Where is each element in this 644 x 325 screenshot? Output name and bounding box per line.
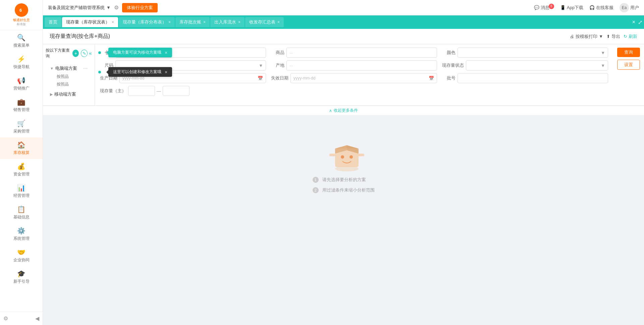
expire-date-label: 失效日期 bbox=[271, 75, 288, 81]
tab-batch-account-close[interactable]: × bbox=[203, 20, 206, 24]
sidebar-item-inventory[interactable]: 🏠 库存核算 bbox=[0, 138, 43, 159]
range-separator: — bbox=[157, 89, 161, 94]
collapse-sidebar-icon[interactable]: ◀ bbox=[35, 315, 39, 322]
empty-hint1: 1 请先选择要分析的方案 bbox=[313, 175, 375, 184]
scheme-tree: ▼ 电脑端方案 ··· 按照品 按照品 ▶ 移动端方案 bbox=[46, 62, 92, 102]
sidebar-item-operations-label: 经营管理 bbox=[13, 193, 30, 199]
filter-field-stock-status: 现存量状态 ▼ bbox=[442, 60, 608, 70]
sidebar-item-enterprise[interactable]: 🤝 企业协同 bbox=[0, 245, 43, 266]
tab-batch-account[interactable]: 库存批次账 × bbox=[175, 17, 210, 27]
experience-button[interactable]: 体验行业方案 bbox=[122, 3, 158, 12]
sidebar: 6 畅通好生意 标准版 🔍 搜索菜单 ⚡ 快捷导航 📢 营销推广 💼 销售管理 … bbox=[0, 0, 43, 325]
batch-input[interactable] bbox=[458, 73, 608, 83]
hint1-num: 1 bbox=[313, 177, 319, 183]
tab-inout-flow[interactable]: 出入库流水 × bbox=[210, 17, 245, 27]
expire-date-calendar-icon: 📅 bbox=[429, 76, 434, 81]
sales-icon: 💼 bbox=[17, 98, 25, 106]
print-dropdown-icon: ▼ bbox=[599, 34, 603, 39]
empty-text-container: 1 请先选择要分析的方案 2 用过滤条件来缩小分析范围 bbox=[313, 175, 375, 195]
sidebar-item-search-label: 搜索菜单 bbox=[13, 43, 30, 48]
empty-hint2: 2 用过滤条件来缩小分析范围 bbox=[313, 186, 375, 195]
stock-status-select[interactable]: ▼ bbox=[466, 60, 608, 70]
tab-inventory-status[interactable]: 现存量（库存状况表） × bbox=[62, 17, 118, 27]
collapse-label: 收起更多条件 bbox=[334, 108, 358, 113]
stock-qty-max[interactable] bbox=[163, 86, 190, 96]
sidebar-item-guide[interactable]: 🎓 新手引导 bbox=[0, 266, 43, 288]
scheme-mobile-toggle[interactable]: ▶ 移动端方案 bbox=[48, 90, 89, 99]
settings-bottom-icon[interactable]: ⚙ bbox=[3, 315, 8, 322]
scheme-child-2[interactable]: 按照品 bbox=[48, 80, 89, 88]
sidebar-item-finance-label: 资金管理 bbox=[13, 171, 30, 177]
tab-home[interactable]: 首页 bbox=[45, 17, 61, 27]
tab-inventory-dist[interactable]: 现存量（库存分布表） × bbox=[119, 17, 175, 27]
sidebar-item-marketing-label: 营销推广 bbox=[13, 86, 30, 91]
sidebar-item-system[interactable]: ⚙️ 系统管理 bbox=[0, 223, 43, 245]
sidebar-item-enterprise-label: 企业协同 bbox=[13, 257, 30, 263]
maximize-tab-btn[interactable]: ⤢ bbox=[638, 19, 642, 25]
tooltip2-close[interactable]: × bbox=[165, 69, 167, 75]
scheme-desktop-toggle[interactable]: ▼ 电脑端方案 ··· bbox=[48, 64, 89, 73]
arrow-right-icon: ▶ bbox=[50, 92, 53, 97]
origin-input[interactable]: ··· bbox=[286, 60, 437, 70]
stock-qty-min[interactable] bbox=[128, 86, 155, 96]
enterprise-icon: 🤝 bbox=[17, 248, 25, 256]
tab-inventory-status-close[interactable]: × bbox=[112, 20, 114, 24]
sidebar-item-purchase[interactable]: 🛒 采购管理 bbox=[0, 116, 43, 138]
set-button[interactable]: 设置 bbox=[617, 60, 640, 70]
scheme-panel: 按以下方案查询 + ✎ « ▼ 电脑端方案 ··· bbox=[43, 44, 95, 105]
sidebar-item-operations[interactable]: 📊 经营管理 bbox=[0, 180, 43, 202]
color-select[interactable]: ▼ bbox=[458, 48, 608, 58]
tab-inventory-dist-close[interactable]: × bbox=[168, 20, 171, 24]
size-dropdown-icon: ▼ bbox=[259, 63, 263, 68]
tab-inout-flow-close[interactable]: × bbox=[238, 20, 240, 24]
tab-inventory-status-label: 现存量（库存状况表） bbox=[66, 19, 110, 25]
export-btn[interactable]: ⬆ 导出 bbox=[606, 34, 620, 40]
settings-icon[interactable]: ⚙ bbox=[114, 4, 119, 11]
expire-date-input[interactable]: yyyy-mm-dd 📅 bbox=[290, 73, 437, 83]
edit-scheme-btn[interactable]: ✎ bbox=[81, 50, 88, 57]
tab-collect-summary[interactable]: 收发存汇总表 × bbox=[245, 17, 284, 27]
filter-row-1: 仓库 ··· 商品 ··· 颜色 bbox=[100, 48, 608, 58]
avatar: Ea bbox=[620, 3, 629, 12]
message-item[interactable]: 💬 消息 8 bbox=[534, 5, 554, 11]
content-area: 现存量查询(按仓库+商品) 🖨 按模板打印 ▼ ⬆ 导出 ↻ 刷新 bbox=[43, 29, 644, 325]
sidebar-item-basic[interactable]: 📋 基础信息 bbox=[0, 202, 43, 223]
filter-field-expire-date: 失效日期 yyyy-mm-dd 📅 bbox=[271, 73, 437, 83]
online-service-item[interactable]: 🎧 在线客服 bbox=[589, 5, 613, 11]
arrow-down-icon: ▼ bbox=[50, 66, 54, 70]
add-scheme-btn[interactable]: + bbox=[72, 50, 79, 57]
filter-field-product: 商品 ··· bbox=[271, 48, 437, 58]
sidebar-bottom: ⚙ ◀ bbox=[0, 312, 43, 325]
dropdown-icon: ▼ bbox=[106, 5, 111, 10]
refresh-btn[interactable]: ↻ 刷新 bbox=[624, 34, 637, 40]
message-badge: 8 bbox=[549, 4, 554, 9]
search-button[interactable]: 查询 bbox=[617, 48, 640, 57]
filter-field-stock-qty: 现存量（主） — bbox=[100, 86, 268, 96]
close-all-tab-btn[interactable]: × bbox=[632, 19, 635, 25]
scheme-child-1[interactable]: 按照品 bbox=[48, 73, 89, 80]
sidebar-item-quicknav[interactable]: ⚡ 快捷导航 bbox=[0, 52, 43, 73]
user-item[interactable]: Ea 用户 bbox=[620, 3, 639, 12]
sidebar-item-search[interactable]: 🔍 搜索菜单 bbox=[0, 30, 43, 52]
print-template-btn[interactable]: 🖨 按模板打印 ▼ bbox=[570, 34, 603, 40]
action-buttons: 查询 设置 bbox=[613, 44, 644, 105]
product-label: 商品 bbox=[271, 50, 284, 56]
sidebar-item-marketing[interactable]: 📢 营销推广 bbox=[0, 73, 43, 95]
scheme-section-desktop: ▼ 电脑端方案 ··· 按照品 按照品 bbox=[48, 64, 89, 88]
logo-area: 6 畅通好生意 标准版 bbox=[0, 0, 43, 30]
sidebar-item-sales[interactable]: 💼 销售管理 bbox=[0, 95, 43, 116]
desktop-scheme-dots[interactable]: ··· bbox=[83, 65, 88, 71]
topbar: 装备及固定资产辅助管理系统 ▼ ⚙ 体验行业方案 💬 消息 8 📱 App下载 … bbox=[43, 0, 644, 15]
collapse-bar[interactable]: ∧ 收起更多条件 bbox=[43, 106, 644, 115]
arrow-left-btn[interactable]: « bbox=[89, 50, 92, 56]
logo-badge: 标准版 bbox=[17, 22, 26, 26]
page-actions: 🖨 按模板打印 ▼ ⬆ 导出 ↻ 刷新 bbox=[570, 34, 637, 40]
sidebar-item-finance[interactable]: 💰 资金管理 bbox=[0, 159, 43, 180]
tooltip1-close[interactable]: × bbox=[165, 50, 167, 55]
product-input[interactable]: ··· bbox=[286, 48, 437, 58]
tab-batch-account-label: 库存批次账 bbox=[179, 19, 201, 25]
svg-rect-6 bbox=[329, 154, 335, 156]
system-selector[interactable]: 装备及固定资产辅助管理系统 ▼ bbox=[48, 5, 111, 11]
tab-collect-summary-close[interactable]: × bbox=[277, 20, 280, 24]
app-download-item[interactable]: 📱 App下载 bbox=[560, 5, 583, 11]
